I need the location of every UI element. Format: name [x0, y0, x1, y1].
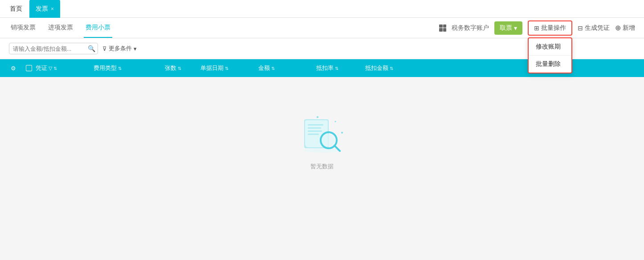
dropdown-modify-period[interactable]: 修改账期	[529, 38, 571, 55]
sub-header: 销项发票 进项发票 费用小票 税务数字账户 取票 ▾ ⊞	[0, 18, 644, 38]
gen-voucher-button[interactable]: ⊟ 生成凭证	[578, 24, 610, 32]
qr-sq1	[439, 24, 443, 28]
tab-expense[interactable]: 费用小票	[84, 18, 112, 38]
svg-point-8	[322, 134, 335, 146]
th-count-label: 张数	[165, 64, 176, 72]
search-input[interactable]	[13, 45, 88, 52]
svg-rect-5	[308, 130, 322, 132]
th-expense-type-label: 费用类型	[94, 64, 117, 72]
tab-expense-label: 费用小票	[86, 24, 110, 32]
add-icon: ⊕	[615, 24, 621, 32]
tab-input[interactable]: 进项发票	[46, 18, 75, 38]
svg-rect-3	[308, 124, 323, 126]
dropdown-batch-delete[interactable]: 批量删除	[529, 55, 571, 73]
search-icon[interactable]: 🔍	[88, 45, 95, 52]
th-date[interactable]: 单据日期 ⇅	[200, 64, 258, 72]
select-all-checkbox[interactable]	[26, 65, 32, 71]
filter-funnel-icon: ⊽	[102, 45, 107, 52]
gen-icon: ⊟	[578, 24, 583, 32]
empty-text: 暂无数据	[310, 162, 334, 171]
empty-illustration	[295, 113, 349, 157]
th-amount-label: 金额	[258, 64, 270, 72]
qr-icon	[439, 24, 446, 32]
get-ticket-button[interactable]: 取票 ▾	[494, 21, 522, 35]
get-ticket-arrow-icon: ▾	[514, 24, 517, 32]
batch-dropdown-wrapper: ⊞ 批量操作 修改账期 批量删除	[528, 20, 572, 36]
batch-label: 批量操作	[541, 24, 566, 32]
qr-button[interactable]	[439, 24, 446, 32]
svg-point-0	[304, 148, 340, 153]
svg-point-11	[335, 121, 336, 122]
more-filter-chevron-icon: ▾	[134, 45, 137, 52]
svg-rect-4	[308, 127, 321, 129]
tab-sales[interactable]: 销项发票	[9, 18, 37, 38]
get-ticket-label: 取票	[500, 24, 512, 32]
th-deduct-rate-label: 抵扣率	[316, 64, 334, 72]
th-deduct-amount[interactable]: 抵扣金额 ⇅	[365, 64, 423, 72]
th-checkbox[interactable]	[22, 65, 36, 71]
more-filter-label: 更多条件	[109, 45, 132, 53]
invoice-tab-label: 发票	[36, 5, 48, 13]
add-label: 新增	[623, 24, 635, 32]
tab-input-label: 进项发票	[48, 24, 73, 32]
gear-icon: ⚙	[11, 65, 16, 72]
qr-sq3	[439, 28, 443, 32]
top-nav: 首页 发票 ×	[0, 0, 644, 18]
svg-point-12	[341, 132, 343, 134]
tab-sales-label: 销项发票	[11, 24, 36, 32]
expense-type-sort-icon: ⇅	[118, 66, 122, 71]
empty-state: 暂无数据	[0, 77, 644, 188]
tax-account-button[interactable]: 税务数字账户	[452, 24, 489, 32]
voucher-sort-icon: ⇅	[53, 66, 57, 71]
home-nav-item[interactable]: 首页	[4, 5, 28, 13]
search-box[interactable]: 🔍	[9, 43, 98, 54]
count-sort-icon: ⇅	[178, 66, 181, 71]
batch-operation-button[interactable]: ⊞ 批量操作	[528, 20, 572, 36]
th-deduct-rate[interactable]: 抵扣率 ⇅	[316, 64, 365, 72]
toolbar-right: 税务数字账户 取票 ▾ ⊞ 批量操作 修改账期 批量删除 ⊟ 生成凭证 ⊕	[439, 20, 635, 36]
add-button[interactable]: ⊕ 新增	[615, 24, 635, 32]
th-voucher[interactable]: 凭证 ▽ ⇅	[36, 64, 94, 72]
th-count[interactable]: 张数 ⇅	[165, 64, 200, 72]
deduct-rate-sort-icon: ⇅	[335, 66, 338, 71]
svg-point-10	[317, 116, 318, 118]
batch-icon: ⊞	[534, 24, 539, 32]
more-filter-button[interactable]: ⊽ 更多条件 ▾	[102, 45, 137, 53]
th-deduct-amount-label: 抵扣金额	[365, 64, 388, 72]
th-date-label: 单据日期	[200, 64, 224, 72]
qr-sq2	[443, 24, 447, 28]
invoice-tab-close[interactable]: ×	[51, 6, 54, 12]
th-voucher-label: 凭证	[36, 64, 47, 72]
date-sort-icon: ⇅	[225, 66, 228, 71]
sub-tabs: 销项发票 进项发票 费用小票	[9, 18, 112, 38]
qr-sq4	[443, 28, 447, 32]
th-expense-type[interactable]: 费用类型 ⇅	[94, 64, 165, 72]
voucher-filter-icon: ▽	[49, 65, 52, 71]
svg-rect-6	[308, 134, 319, 135]
invoice-tab[interactable]: 发票 ×	[29, 0, 60, 18]
th-amount[interactable]: 金额 ⇅	[258, 64, 316, 72]
amount-sort-icon: ⇅	[271, 66, 275, 71]
gen-label: 生成凭证	[585, 24, 610, 32]
deduct-amount-sort-icon: ⇅	[390, 66, 393, 71]
th-gear[interactable]: ⚙	[4, 65, 22, 72]
batch-dropdown-menu: 修改账期 批量删除	[528, 37, 572, 73]
